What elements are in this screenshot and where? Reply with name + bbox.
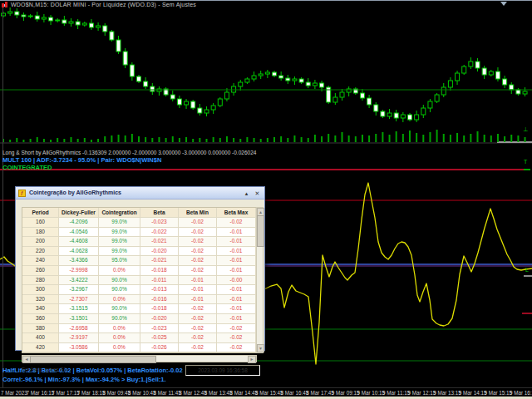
status-help-text: For Help, press F1 (22, 367, 66, 372)
candle-body (185, 101, 189, 105)
scroll-down-arrow[interactable]: ▼ (257, 344, 264, 352)
table-row[interactable]: 380-2.69580.0%-0.023-0.02-0.02 (22, 324, 256, 334)
time-axis-label: 9 Mar 10:15 (357, 390, 385, 396)
candle-body (103, 26, 107, 32)
candle-body (69, 22, 73, 23)
table-cell: 400 (22, 333, 59, 343)
table-cell: -0.020 (140, 247, 179, 257)
table-cell: -0.021 (140, 256, 179, 266)
table-cell: -0.011 (140, 276, 179, 286)
time-axis-label: 8 Mar 15:45 (255, 390, 283, 396)
table-row[interactable]: 360-3.150190.0%-0.020-0.02-0.01 (22, 314, 256, 324)
horizontal-scroll-thumb[interactable] (30, 356, 156, 363)
table-row[interactable]: 180-4.054699.0%-0.022-0.02-0.01 (22, 228, 256, 238)
table-row[interactable]: 280-3.422290.0%-0.011-0.01-0.00 (22, 276, 256, 286)
table-cell: -0.018 (140, 266, 179, 276)
table-cell: 90.0% (99, 304, 140, 314)
time-axis-label: 8 Mar 12:45 (179, 390, 207, 396)
table-cell: -0.01 (217, 228, 256, 238)
table-cell: -0.01 (217, 237, 256, 247)
candle-body (428, 101, 432, 108)
candle-body (333, 97, 337, 102)
column-header[interactable]: Beta (140, 208, 179, 218)
candle-body (89, 23, 93, 27)
table-cell: -4.2096 (59, 218, 99, 228)
table-row[interactable]: 200-4.460899.0%-0.021-0.02-0.01 (22, 237, 256, 247)
table-cell: 99.0% (99, 228, 140, 238)
column-header[interactable]: Period (22, 208, 59, 218)
chart-window-icon[interactable] (2, 2, 9, 8)
dialog-icon[interactable]: ƒ (18, 190, 26, 197)
table-cell: -3.1515 (59, 304, 99, 314)
table-row[interactable]: 260-2.99980.0%-0.018-0.02-0.01 (22, 266, 256, 276)
dialog-title: Cointegração by AllGoRhythmics (29, 190, 121, 195)
time-axis-label: 8 Mar 14:45 (229, 390, 258, 396)
column-header[interactable]: Cointegration (99, 208, 140, 218)
candle-body (448, 81, 452, 87)
candle-body (22, 15, 26, 17)
candle-body (523, 91, 527, 94)
cointegration-table: PeriodDickey-FullerCointegrationBetaBeta… (22, 207, 257, 353)
table-row[interactable]: 340-3.151590.0%-0.018-0.02-0.01 (22, 304, 256, 314)
table-cell: 300 (22, 285, 59, 295)
time-axis-label: 9 Mar 16:15 (510, 390, 532, 396)
table-row[interactable]: 420-3.05860.0%-0.026-0.02-0.02 (22, 343, 256, 353)
table-cell: 90.0% (99, 314, 140, 324)
table-cell: 0.0% (99, 343, 140, 353)
table-row[interactable]: 160-4.209699.0%-0.023-0.02-0.02 (22, 218, 256, 228)
candle-body (415, 115, 419, 120)
table-cell: -0.01 (217, 247, 256, 257)
candle-body (82, 23, 86, 25)
time-axis-label: 9 Mar 13:15 (433, 390, 461, 396)
table-row[interactable]: 300-3.296790.0%-0.013-0.01-0.01 (22, 285, 256, 295)
candle-body (96, 26, 101, 27)
dialog-close-button[interactable]: ✕ (253, 189, 262, 198)
window-top-border (0, 0, 532, 1)
table-cell: -4.0628 (59, 247, 99, 257)
candle-body (340, 92, 344, 97)
table-cell: 280 (22, 276, 59, 286)
time-axis-label: 9 Mar 15:15 (484, 390, 512, 396)
scroll-right-arrow[interactable]: ► (248, 356, 256, 363)
candle-body (387, 113, 392, 116)
vertical-scroll-thumb[interactable] (257, 215, 264, 247)
candle-body (475, 62, 480, 68)
candle-body (441, 87, 446, 95)
table-row[interactable]: 220-4.062899.0%-0.020-0.02-0.01 (22, 247, 256, 257)
table-row[interactable]: 320-2.73070.0%-0.016-0.01-0.01 (22, 295, 256, 305)
column-header[interactable]: Dickey-Fuller (59, 208, 99, 218)
candle-body (110, 32, 114, 40)
table-row[interactable]: 240-3.436695.0%-0.021-0.02-0.01 (22, 256, 256, 266)
candle-body (204, 110, 209, 113)
table-row[interactable]: 400-2.91970.0%-0.025-0.02-0.02 (22, 333, 256, 343)
column-header[interactable]: Beta Min (179, 208, 217, 218)
column-header[interactable]: Beta Max (217, 208, 256, 218)
candle-body (76, 22, 80, 25)
table-cell: 99.0% (99, 247, 140, 257)
table-cell: -2.6958 (59, 324, 99, 334)
table-cell: -0.01 (217, 285, 256, 295)
marker-l-icon: ⊥ (523, 126, 528, 132)
dialog-minimize-button[interactable]: ▴ (242, 189, 251, 198)
candle-body (482, 68, 486, 75)
candle-body (462, 66, 466, 73)
candle-body (265, 72, 269, 74)
table-cell: -0.025 (140, 333, 179, 343)
chart-shift-marker-icon[interactable] (500, 2, 507, 6)
table-cell: 260 (22, 266, 59, 276)
table-cell: 95.0% (99, 256, 140, 266)
candle-body (510, 85, 514, 90)
table-cell: 0.0% (99, 324, 140, 334)
table-cell: -0.02 (179, 228, 217, 238)
dialog-titlebar[interactable]: ƒ Cointegração by AllGoRhythmics ▴ ✕ (16, 187, 264, 200)
candle-body (381, 111, 385, 116)
vertical-scrollbar[interactable]: ▲ ▼ (256, 207, 264, 353)
table-cell: -0.018 (140, 304, 179, 314)
time-axis-label: 9 Mar 09:15 (332, 390, 360, 396)
horizontal-scrollbar[interactable]: ◄ ► (22, 355, 257, 362)
table-cell: -0.01 (179, 276, 217, 286)
candle-body (360, 93, 364, 98)
candle-body (245, 79, 249, 82)
table-cell: 180 (22, 228, 59, 238)
candle-body (421, 108, 426, 115)
